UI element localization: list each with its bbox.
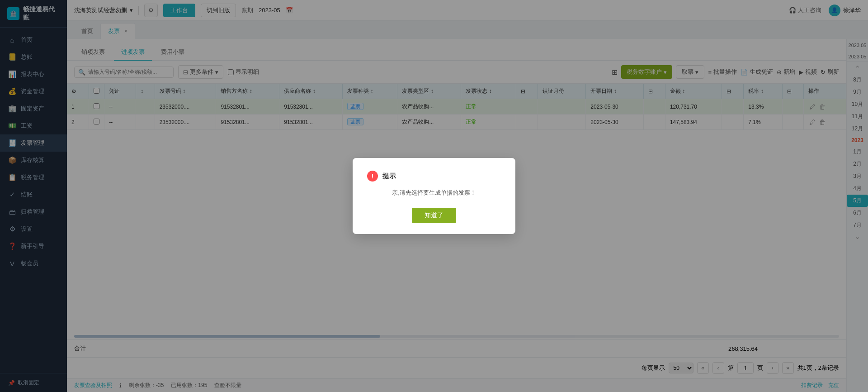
modal-header: ! 提示: [367, 171, 501, 182]
warning-icon: !: [367, 171, 378, 182]
modal-title: 提示: [382, 172, 396, 181]
modal-dialog: ! 提示 亲,请先选择要生成单据的发票！ 知道了: [353, 158, 515, 234]
modal-overlay: ! 提示 亲,请先选择要生成单据的发票！ 知道了: [0, 0, 868, 392]
confirm-button[interactable]: 知道了: [412, 208, 456, 223]
modal-footer: 知道了: [367, 208, 501, 223]
modal-message: 亲,请先选择要生成单据的发票！: [367, 189, 501, 197]
